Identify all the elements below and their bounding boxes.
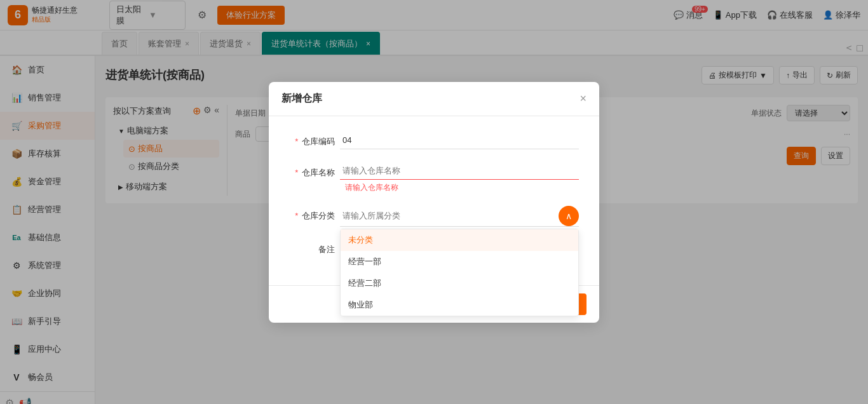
- category-field-row: * 仓库分类 ∧ 未分类 经营一部 经营二部 物业部: [289, 206, 579, 227]
- code-field-row: * 仓库编码: [289, 131, 579, 149]
- dropdown-item-unclassified[interactable]: 未分类: [341, 229, 578, 251]
- modal-title: 新增仓库: [281, 92, 322, 105]
- category-input-wrap: ∧: [340, 206, 579, 227]
- modal-body: * 仓库编码 * 仓库名称 请输入仓库名称 *: [269, 116, 599, 285]
- name-input[interactable]: [340, 162, 579, 180]
- category-toggle-button[interactable]: ∧: [559, 206, 579, 226]
- category-input[interactable]: [340, 207, 559, 224]
- code-input[interactable]: [340, 131, 579, 149]
- new-warehouse-modal: 新增仓库 × * 仓库编码 * 仓库名称: [269, 82, 599, 323]
- category-wrap: ∧ 未分类 经营一部 经营二部 物业部: [340, 206, 579, 227]
- modal-overlay: 新增仓库 × * 仓库编码 * 仓库名称: [0, 0, 868, 404]
- category-label: * 仓库分类: [289, 206, 340, 222]
- dropdown-item-dept1[interactable]: 经营一部: [341, 251, 578, 273]
- name-field-row: * 仓库名称 请输入仓库名称: [289, 162, 579, 193]
- dropdown-item-dept3[interactable]: 物业部: [341, 294, 578, 316]
- code-label: * 仓库编码: [289, 131, 340, 147]
- dropdown-item-dept2[interactable]: 经营二部: [341, 273, 578, 294]
- note-label: 备注: [289, 239, 340, 255]
- name-label: * 仓库名称: [289, 163, 340, 178]
- modal-close-button[interactable]: ×: [580, 92, 587, 105]
- name-error-msg: 请输入仓库名称: [345, 182, 398, 193]
- modal-header: 新增仓库 ×: [269, 82, 599, 116]
- category-dropdown: 未分类 经营一部 经营二部 物业部: [340, 229, 579, 316]
